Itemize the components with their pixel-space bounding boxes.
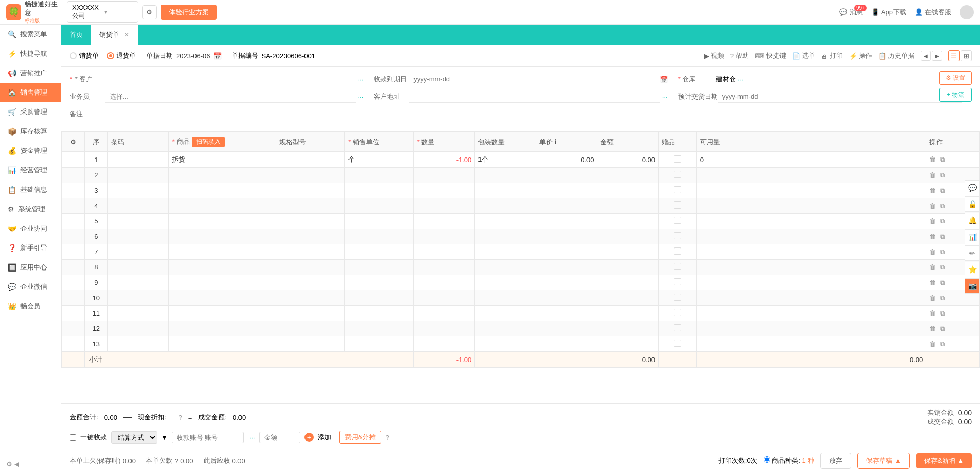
payment-date-calendar-icon[interactable]: 📅	[660, 76, 668, 83]
account-input[interactable]	[172, 432, 244, 443]
delete-icon[interactable]: 🗑	[929, 233, 936, 240]
delete-icon[interactable]: 🗑	[929, 248, 936, 256]
gift-checkbox[interactable]	[674, 263, 681, 270]
settings-button[interactable]: ⚙ 设置	[939, 71, 972, 85]
copy-icon[interactable]: ⧉	[940, 171, 945, 179]
sidebar-item-basic[interactable]: 📋 基础信息	[0, 180, 61, 199]
delete-icon[interactable]: 🗑	[929, 217, 936, 225]
copy-icon[interactable]: ⧉	[940, 263, 945, 271]
delete-icon[interactable]: 🗑	[929, 340, 936, 348]
sidebar-item-sales[interactable]: 🏠 销售管理	[0, 83, 61, 102]
salesperson-input[interactable]	[105, 91, 356, 103]
gift-checkbox[interactable]	[674, 247, 681, 255]
payment-amount-input[interactable]	[259, 432, 300, 443]
gift-checkbox[interactable]	[674, 186, 681, 193]
float-btn-4[interactable]: 📊	[965, 229, 980, 244]
sidebar-item-member[interactable]: 👑 畅会员	[0, 297, 61, 316]
float-btn-5[interactable]: ✏	[965, 245, 980, 261]
nav-next[interactable]: ▶	[932, 51, 942, 61]
copy-icon[interactable]: ⧉	[940, 340, 945, 348]
customer-input[interactable]	[105, 73, 356, 85]
logistics-button[interactable]: + 物流	[939, 88, 972, 102]
notes-input[interactable]	[105, 108, 972, 120]
sidebar-item-search[interactable]: 🔍 搜索菜单	[0, 25, 61, 44]
float-btn-3[interactable]: 🔔	[965, 213, 980, 228]
address-input[interactable]	[409, 91, 660, 103]
sidebar-bottom[interactable]: ⚙ ◀	[0, 455, 61, 473]
sidebar-item-finance[interactable]: 💰 资金管理	[0, 141, 61, 161]
fee-btn[interactable]: 费用&分摊	[339, 431, 382, 444]
delete-icon[interactable]: 🗑	[929, 263, 936, 271]
float-btn-6[interactable]: ⭐	[965, 262, 980, 277]
warehouse-dots[interactable]: ···	[738, 76, 744, 83]
delete-icon[interactable]: 🗑	[929, 155, 936, 163]
sidebar-item-guide[interactable]: ❓ 新手引导	[0, 238, 61, 258]
delivery-date-input[interactable]	[718, 91, 962, 103]
app-download-btn[interactable]: 📱 App下载	[871, 8, 906, 17]
payment-date-input[interactable]	[409, 73, 657, 85]
trial-button[interactable]: 体验行业方案	[161, 5, 217, 20]
copy-icon[interactable]: ⧉	[940, 187, 945, 194]
shortcut-action[interactable]: ⌨ 快捷键	[755, 51, 786, 60]
delete-icon[interactable]: 🗑	[929, 294, 936, 302]
gift-checkbox[interactable]	[674, 155, 681, 163]
settings-icon[interactable]: ⚙	[142, 5, 157, 19]
sidebar-item-system[interactable]: ⚙ 系统管理	[0, 199, 61, 219]
sidebar-item-apps[interactable]: 🔲 应用中心	[0, 258, 61, 277]
select-action[interactable]: 📄 选单	[792, 51, 815, 60]
th-settings[interactable]: ⚙	[62, 132, 85, 152]
message-btn[interactable]: 💬 消息 99+	[839, 8, 863, 17]
discard-button[interactable]: 放弃	[820, 453, 851, 469]
copy-icon[interactable]: ⧉	[940, 248, 945, 256]
gift-checkbox[interactable]	[674, 309, 681, 316]
copy-icon[interactable]: ⧉	[940, 202, 945, 210]
address-dots[interactable]: ···	[662, 93, 668, 101]
view-list[interactable]: ☰	[948, 50, 960, 61]
radio-return[interactable]: 退货单	[107, 51, 136, 60]
tab-home[interactable]: 首页	[61, 25, 91, 45]
gift-checkbox[interactable]	[674, 171, 681, 178]
help-action[interactable]: ? 帮助	[730, 51, 749, 60]
product-count-radio[interactable]	[764, 456, 770, 463]
scan-btn[interactable]: 扫码录入	[192, 137, 225, 147]
gift-checkbox[interactable]	[674, 217, 681, 224]
gift-checkbox[interactable]	[674, 232, 681, 239]
delete-icon[interactable]: 🗑	[929, 309, 936, 317]
customer-dots[interactable]: ···	[358, 76, 363, 83]
nav-prev[interactable]: ◀	[921, 51, 931, 61]
sidebar-item-operations[interactable]: 📊 经营管理	[0, 161, 61, 180]
sidebar-item-quicknav[interactable]: ⚡ 快捷导航	[0, 44, 61, 63]
gift-checkbox[interactable]	[674, 294, 681, 301]
copy-icon[interactable]: ⧉	[940, 155, 945, 163]
save-new-button[interactable]: 保存&新增 ▲	[916, 453, 972, 468]
float-btn-1[interactable]: 💬	[965, 180, 980, 195]
delete-icon[interactable]: 🗑	[929, 325, 936, 332]
print-action[interactable]: 🖨 打印	[821, 51, 843, 60]
gift-checkbox[interactable]	[674, 201, 681, 209]
user-avatar[interactable]	[960, 5, 974, 19]
copy-icon[interactable]: ⧉	[940, 233, 945, 240]
copy-icon[interactable]: ⧉	[940, 217, 945, 225]
tab-sales-order[interactable]: 销货单 ✕	[91, 25, 138, 45]
copy-icon[interactable]: ⧉	[940, 325, 945, 332]
sidebar-item-wechat[interactable]: 💬 企业微信	[0, 277, 61, 297]
add-payment-btn[interactable]: +	[304, 433, 314, 442]
sidebar-item-purchase[interactable]: 🛒 采购管理	[0, 102, 61, 122]
payment-method-select[interactable]: 结算方式	[111, 431, 157, 444]
radio-sales[interactable]: 销货单	[70, 51, 99, 60]
salesperson-dots[interactable]: ···	[358, 93, 363, 101]
delete-icon[interactable]: 🗑	[929, 279, 936, 286]
calendar-icon[interactable]: 📅	[213, 52, 222, 60]
sidebar-item-inventory[interactable]: 📦 库存核算	[0, 122, 61, 141]
delete-icon[interactable]: 🗑	[929, 171, 936, 179]
view-grid[interactable]: ⊞	[961, 50, 972, 61]
gift-checkbox[interactable]	[674, 278, 681, 285]
save-draft-button[interactable]: 保存草稿 ▲	[857, 453, 909, 469]
gift-checkbox[interactable]	[674, 324, 681, 331]
sidebar-item-marketing[interactable]: 📢 营销推广	[0, 63, 61, 83]
float-btn-orange[interactable]: 📷	[965, 278, 980, 294]
history-action[interactable]: 📋 历史单据	[878, 51, 914, 60]
copy-icon[interactable]: ⧉	[940, 279, 945, 286]
sidebar-item-collab[interactable]: 🤝 企业协同	[0, 219, 61, 238]
gift-checkbox[interactable]	[674, 340, 681, 347]
